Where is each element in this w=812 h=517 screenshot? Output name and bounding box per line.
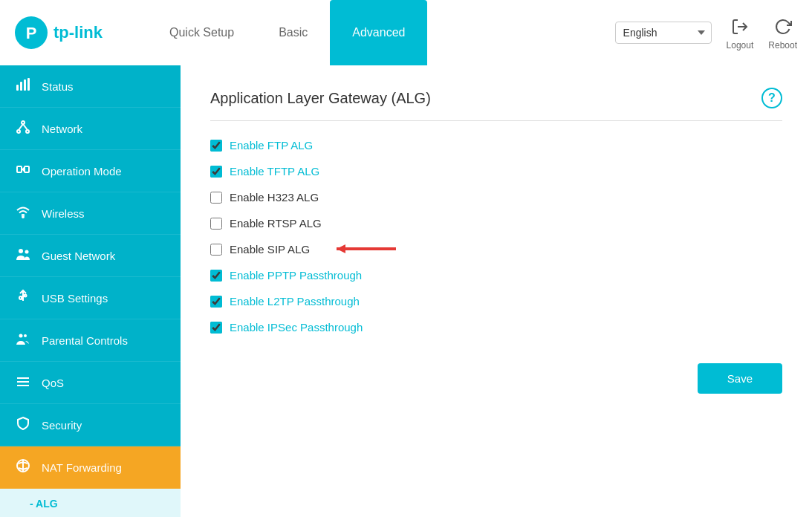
content-area: Application Layer Gateway (ALG) ? Enable… [181,65,812,517]
alg-pptp-item: Enable PPTP Passthrough [210,269,782,282]
logout-icon [728,15,752,39]
svg-text:P: P [26,24,37,42]
svg-point-17 [25,250,29,253]
sidebar-item-label: Security [42,419,82,432]
svg-rect-12 [17,166,22,172]
svg-point-21 [24,334,27,337]
svg-marker-28 [337,244,345,253]
qos-icon [15,375,31,391]
alg-ftp-label[interactable]: Enable FTP ALG [230,139,313,152]
svg-point-16 [19,249,23,253]
alg-rtsp-checkbox[interactable] [210,218,222,230]
sidebar-sub-menu: - ALG [0,489,181,517]
main-layout: Status Network [0,65,812,517]
svg-rect-3 [16,85,19,91]
sidebar-item-label: Status [42,80,74,93]
alg-pptp-checkbox[interactable] [210,270,222,282]
sip-arrow-annotation [329,238,403,259]
network-icon [15,120,31,138]
alg-h323-checkbox[interactable] [210,192,222,204]
sidebar-item-status[interactable]: Status [0,65,181,108]
alg-l2tp-item: Enable L2TP Passthrough [210,295,782,308]
operation-mode-icon [15,162,31,181]
nav-quick-setup[interactable]: Quick Setup [147,0,256,65]
svg-point-8 [17,130,20,133]
alg-h323-item: Enable H323 ALG [210,191,782,204]
reboot-button[interactable]: Reboot [768,15,797,51]
logout-label: Logout [727,40,754,51]
divider [210,120,782,121]
svg-rect-6 [27,78,30,91]
alg-h323-label[interactable]: Enable H323 ALG [230,191,319,204]
header: P tp-link Quick Setup Basic Advanced Eng… [0,0,812,65]
save-button[interactable]: Save [698,363,782,394]
alg-l2tp-checkbox[interactable] [210,296,222,308]
sidebar-item-label: QoS [42,377,64,389]
svg-point-15 [22,216,24,218]
alg-options-list: Enable FTP ALG Enable TFTP ALG Enable H3… [210,139,782,334]
nav-advanced[interactable]: Advanced [330,0,427,65]
sidebar-sub-alg[interactable]: - ALG [0,489,181,517]
alg-rtsp-label[interactable]: Enable RTSP ALG [230,217,322,230]
alg-rtsp-item: Enable RTSP ALG [210,217,782,230]
nat-forwarding-icon [15,458,31,477]
alg-ftp-checkbox[interactable] [210,140,222,152]
alg-ftp-item: Enable FTP ALG [210,139,782,152]
alg-sip-checkbox[interactable] [210,244,222,256]
content-header: Application Layer Gateway (ALG) ? [210,88,782,108]
sidebar-item-label: NAT Forwarding [42,461,122,474]
alg-ipsec-label[interactable]: Enable IPSec Passthrough [230,321,363,334]
logo-text: tp-link [53,23,103,42]
nav-basic[interactable]: Basic [256,0,330,65]
help-button[interactable]: ? [761,88,782,108]
alg-sip-item: Enable SIP ALG [210,243,782,256]
language-select[interactable]: English Chinese French [615,22,712,44]
parental-controls-icon [15,331,31,350]
security-icon [15,416,31,435]
sidebar-item-security[interactable]: Security [0,404,181,446]
svg-point-9 [26,130,29,133]
sidebar-item-parental-controls[interactable]: Parental Controls [0,319,181,362]
sidebar-item-label: USB Settings [42,292,108,305]
alg-pptp-label[interactable]: Enable PPTP Passthrough [230,269,362,282]
logo-area: P tp-link [15,16,103,49]
alg-tftp-checkbox[interactable] [210,166,222,178]
sidebar-item-label: Wireless [42,207,85,220]
save-area: Save [210,363,782,394]
sidebar-item-operation-mode[interactable]: Operation Mode [0,150,181,192]
sidebar-item-label: Parental Controls [42,334,128,347]
sidebar-item-network[interactable]: Network [0,108,181,150]
wireless-icon [15,204,31,223]
alg-tftp-item: Enable TFTP ALG [210,165,782,178]
sidebar-item-nat-forwarding[interactable]: NAT Forwarding [0,446,181,489]
svg-point-20 [19,334,23,337]
alg-sip-label[interactable]: Enable SIP ALG [230,243,310,256]
sidebar-item-usb-settings[interactable]: USB Settings [0,277,181,319]
status-icon [15,77,31,96]
page-title: Application Layer Gateway (ALG) [210,90,431,107]
sidebar-item-label: Operation Mode [42,165,122,178]
header-right: English Chinese French Logout Reboot [615,15,797,51]
tp-link-logo-icon: P [15,16,48,49]
alg-tftp-label[interactable]: Enable TFTP ALG [230,165,319,178]
main-nav: Quick Setup Basic Advanced [147,0,615,65]
sidebar-item-qos[interactable]: QoS [0,362,181,404]
alg-ipsec-checkbox[interactable] [210,322,222,334]
logout-button[interactable]: Logout [727,15,754,51]
reboot-icon [771,15,795,39]
svg-line-11 [23,124,27,130]
svg-line-10 [19,124,23,130]
red-arrow-icon [329,238,403,259]
alg-ipsec-item: Enable IPSec Passthrough [210,321,782,334]
sidebar-item-guest-network[interactable]: Guest Network [0,235,181,277]
sidebar-item-wireless[interactable]: Wireless [0,192,181,235]
reboot-label: Reboot [768,40,797,51]
sidebar-item-label: Guest Network [42,250,115,262]
svg-rect-5 [24,79,26,91]
svg-point-7 [22,121,25,124]
alg-l2tp-label[interactable]: Enable L2TP Passthrough [230,295,360,308]
guest-network-icon [15,247,31,265]
sidebar: Status Network [0,65,181,517]
usb-icon [15,289,31,308]
svg-rect-4 [20,82,22,91]
